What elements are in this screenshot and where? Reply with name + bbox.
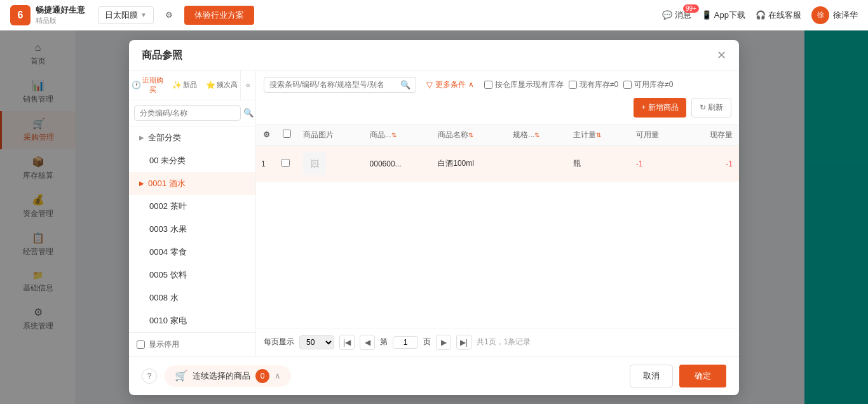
app-download-item[interactable]: 📱 App下载 xyxy=(702,10,745,21)
row-name[interactable]: 白酒100ml xyxy=(431,145,506,182)
filter-collapse-icon: ∧ xyxy=(468,80,474,89)
per-page-label: 每页显示 xyxy=(264,337,294,347)
check-available[interactable]: 现有库存≠0 xyxy=(569,79,618,90)
col-name-header[interactable]: 商品名称⇅ xyxy=(431,125,506,146)
modal-title: 商品参照 xyxy=(142,49,182,62)
cat-tab-frequent[interactable]: ⭐ 频次高 xyxy=(203,71,240,100)
row-img-cell: 🖼 xyxy=(297,145,363,182)
cat-tab-recent[interactable]: 🕐 近期购买 xyxy=(129,71,166,100)
col-stock-header: 现存量 xyxy=(684,125,739,146)
row-spec xyxy=(506,145,567,182)
topbar-right: 💬 消息 99+ 📱 App下载 🎧 在线客服 徐 徐泽华 xyxy=(662,6,858,24)
category-search: 🔍 xyxy=(129,100,255,126)
available-checkbox[interactable] xyxy=(569,81,577,89)
store-name: 日太阳膜 xyxy=(105,10,138,21)
category-search-icon[interactable]: 🔍 xyxy=(243,108,254,118)
filter-button[interactable]: ▽ 更多条件 ∧ xyxy=(421,77,479,93)
total-pages-label: 共1页，1条记录 xyxy=(477,337,531,347)
category-panel: 🕐 近期购买 ✨ 新品 ⭐ 频次高 « xyxy=(129,71,256,356)
cart-area: 🛒 连续选择的商品 0 ∧ xyxy=(165,365,291,387)
usable-checkbox[interactable] xyxy=(623,81,632,89)
category-item-appliance[interactable]: 0010 家电 xyxy=(129,309,255,332)
help-button[interactable]: ? xyxy=(142,368,157,384)
check-usable-label: 可用库存≠0 xyxy=(634,79,673,90)
modal: 商品参照 ✕ 🕐 近期购买 ✨ 新品 xyxy=(129,40,739,395)
confirm-button[interactable]: 确定 xyxy=(679,365,726,387)
row-checkbox[interactable] xyxy=(281,159,290,167)
col-spec-header[interactable]: 规格...⇅ xyxy=(506,125,567,146)
col-unit-header[interactable]: 主计量⇅ xyxy=(567,125,629,146)
app-icon: 📱 xyxy=(702,10,712,20)
page-label: 第 xyxy=(380,337,388,347)
message-badge: 99+ xyxy=(683,4,699,13)
row-num: 1 xyxy=(256,145,276,182)
collapse-button[interactable]: « xyxy=(240,71,255,100)
table-row: 1 🖼 000600... xyxy=(256,145,739,182)
category-item-snacks[interactable]: 0004 零食 xyxy=(129,241,255,264)
gear-icon: ⚙ xyxy=(165,10,173,20)
search-box: 🔍 xyxy=(264,77,416,93)
cat-tab-new-label: 新品 xyxy=(183,80,197,90)
category-item-tea[interactable]: 0002 茶叶 xyxy=(129,195,255,218)
col-checkbox-header xyxy=(276,125,297,146)
product-toolbar: 🔍 ▽ 更多条件 ∧ 按仓库显示现有库存 xyxy=(256,71,739,125)
category-item-unclassified[interactable]: 00 未分类 xyxy=(129,149,255,172)
col-code-header[interactable]: 商品...⇅ xyxy=(363,125,432,146)
support-label: 在线客服 xyxy=(768,10,801,21)
prev-page-button[interactable]: ◀ xyxy=(360,335,375,350)
store-selector[interactable]: 日太阳膜 ▼ xyxy=(98,6,154,24)
check-warehouse[interactable]: 按仓库显示现有库存 xyxy=(484,79,564,90)
select-all-checkbox[interactable] xyxy=(283,130,291,138)
category-item-fruit[interactable]: 0003 水果 xyxy=(129,218,255,241)
last-page-button[interactable]: ▶| xyxy=(456,335,471,350)
category-item-all[interactable]: ▶ 全部分类 xyxy=(129,126,255,149)
product-panel: 🔍 ▽ 更多条件 ∧ 按仓库显示现有库存 xyxy=(256,71,739,356)
logo-icon: 6 xyxy=(10,5,31,25)
settings-icon[interactable]: ⚙ xyxy=(263,130,270,139)
page-suffix: 页 xyxy=(423,337,431,347)
cart-icon: 🛒 xyxy=(175,370,187,382)
new-icon: ✨ xyxy=(172,81,182,90)
clock-icon: 🕐 xyxy=(132,81,141,90)
check-available-label: 现有库存≠0 xyxy=(580,79,618,90)
cart-text: 连续选择的商品 xyxy=(193,370,250,382)
show-disabled-label: 显示停用 xyxy=(149,339,179,350)
star-icon: ⭐ xyxy=(206,81,215,90)
check-usable[interactable]: 可用库存≠0 xyxy=(623,79,673,90)
next-page-button[interactable]: ▶ xyxy=(436,335,451,350)
support-item[interactable]: 🎧 在线客服 xyxy=(756,10,801,21)
cart-collapse-icon[interactable]: ∧ xyxy=(275,371,281,380)
message-item[interactable]: 💬 消息 99+ xyxy=(662,10,691,21)
category-search-input[interactable] xyxy=(134,105,241,121)
first-page-button[interactable]: |◀ xyxy=(339,335,355,350)
page-number-input[interactable] xyxy=(393,336,418,349)
warehouse-checkbox[interactable] xyxy=(484,81,492,89)
gear-button[interactable]: ⚙ xyxy=(159,5,179,25)
category-item-drinks[interactable]: 0005 饮料 xyxy=(129,264,255,286)
user-item[interactable]: 徐 徐泽华 xyxy=(811,6,858,24)
row-unit: 瓶 xyxy=(567,145,629,182)
refresh-button[interactable]: ↻ 刷新 xyxy=(691,98,731,118)
add-product-button[interactable]: + 新增商品 xyxy=(634,98,686,118)
show-disabled-area: 显示停用 xyxy=(129,332,255,356)
per-page-select[interactable]: 50 100 xyxy=(299,335,334,349)
modal-close-button[interactable]: ✕ xyxy=(717,50,726,61)
cat-tab-frequent-label: 频次高 xyxy=(217,80,238,90)
filter-icon: ▽ xyxy=(426,80,433,90)
sort-icon-code: ⇅ xyxy=(391,131,397,138)
product-search-input[interactable] xyxy=(269,80,398,89)
trial-button[interactable]: 体验行业方案 xyxy=(184,6,254,25)
search-icon[interactable]: 🔍 xyxy=(400,80,410,90)
category-item-liquor[interactable]: ▶ 0001 酒水 xyxy=(129,172,255,195)
product-table: ⚙ 商品图片 商品...⇅ xyxy=(256,125,739,182)
row-stock: -1 xyxy=(684,145,739,182)
headphone-icon: 🎧 xyxy=(756,10,766,20)
col-available-header[interactable]: 可用量 xyxy=(630,125,684,146)
modal-footer: ? 🛒 连续选择的商品 0 ∧ 取消 确定 xyxy=(129,356,739,395)
cancel-button[interactable]: 取消 xyxy=(630,365,673,387)
show-disabled-checkbox[interactable] xyxy=(137,340,145,349)
col-settings-header: ⚙ xyxy=(256,125,276,146)
category-item-water[interactable]: 0008 水 xyxy=(129,286,255,309)
category-tabs: 🕐 近期购买 ✨ 新品 ⭐ 频次高 « xyxy=(129,71,255,100)
cat-tab-new[interactable]: ✨ 新品 xyxy=(166,71,203,100)
